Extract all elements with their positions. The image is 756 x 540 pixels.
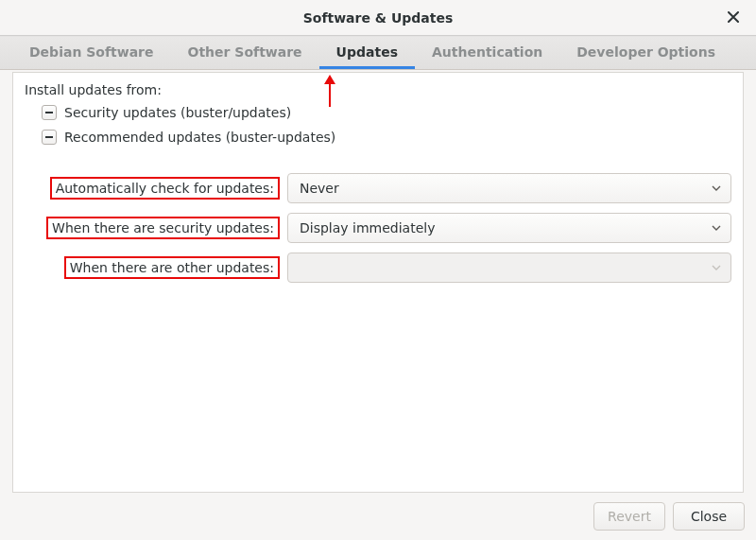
software-updates-window: Software & Updates Debian Software Other…: [0, 0, 756, 540]
tab-other-software[interactable]: Other Software: [171, 37, 319, 69]
security-updates-dropdown[interactable]: Display immediately: [287, 213, 731, 243]
annotation-box: Automatically check for updates:: [50, 177, 280, 200]
tab-developer-options[interactable]: Developer Options: [559, 37, 732, 69]
row-other-updates: When there are other updates:: [25, 253, 731, 283]
check-security-updates[interactable]: Security updates (buster/updates): [42, 105, 731, 120]
tab-updates[interactable]: Updates: [319, 37, 415, 69]
window-title: Software & Updates: [303, 10, 454, 26]
row-security-updates: When there are security updates: Display…: [25, 213, 731, 243]
updates-panel: Install updates from: Security updates (…: [12, 72, 744, 493]
dropdown-value: Display immediately: [300, 220, 435, 235]
install-from-label: Install updates from:: [25, 82, 731, 97]
dropdown-value: Never: [300, 181, 339, 196]
other-updates-dropdown: [287, 253, 731, 283]
annotation-box: When there are other updates:: [64, 256, 280, 279]
window-close-button[interactable]: [720, 0, 747, 36]
annotation-box: When there are security updates:: [46, 217, 280, 239]
auto-check-dropdown[interactable]: Never: [287, 173, 731, 203]
other-updates-label: When there are other updates:: [25, 256, 282, 279]
chevron-down-icon: [712, 265, 721, 270]
check-label: Recommended updates (buster-updates): [64, 130, 335, 145]
close-icon: [728, 10, 739, 26]
title-bar: Software & Updates: [0, 0, 756, 36]
auto-check-label: Automatically check for updates:: [25, 177, 282, 200]
tab-debian-software[interactable]: Debian Software: [12, 37, 171, 69]
chevron-down-icon: [712, 185, 721, 191]
tab-bar: Debian Software Other Software Updates A…: [0, 36, 756, 70]
tab-authentication[interactable]: Authentication: [415, 37, 559, 69]
checkbox-mixed-icon: [42, 105, 57, 120]
row-auto-check: Automatically check for updates: Never: [25, 173, 731, 203]
chevron-down-icon: [712, 225, 721, 231]
action-bar: Revert Close: [0, 498, 756, 540]
check-label: Security updates (buster/updates): [64, 105, 291, 120]
check-recommended-updates[interactable]: Recommended updates (buster-updates): [42, 130, 731, 145]
revert-button: Revert: [593, 502, 665, 531]
close-button[interactable]: Close: [673, 502, 745, 531]
security-updates-label: When there are security updates:: [25, 217, 282, 239]
checkbox-mixed-icon: [42, 130, 57, 145]
